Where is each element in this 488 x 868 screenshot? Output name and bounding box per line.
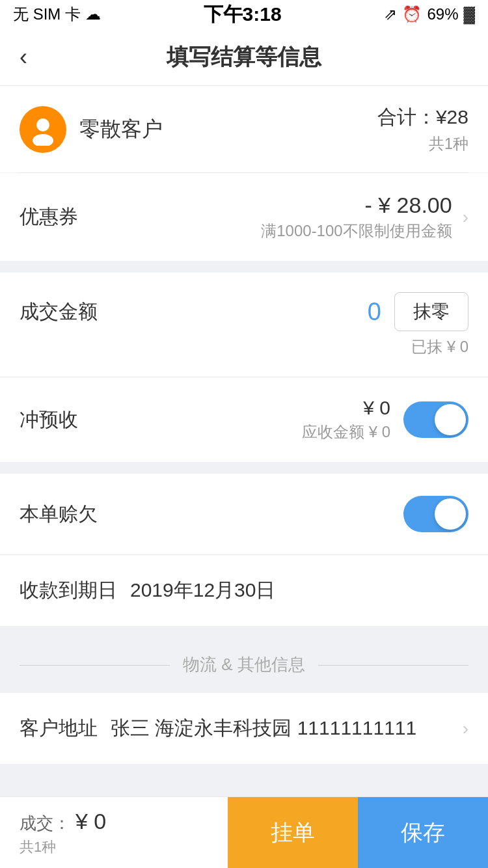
location-icon: ⇗ xyxy=(384,5,397,23)
prepay-section: 冲预收 ¥ 0 应收金额 ¥ 0 xyxy=(0,377,488,462)
logistics-header: 物流 & 其他信息 xyxy=(0,638,488,692)
prepay-sub-text: 应收金额 ¥ 0 xyxy=(302,422,390,442)
deal-amount-section: 成交金额 0 抹零 已抹 ¥ 0 xyxy=(0,273,488,377)
round-button[interactable]: 抹零 xyxy=(394,292,468,331)
bottom-count: 共1种 xyxy=(20,837,208,857)
prepay-label: 冲预收 xyxy=(20,407,78,433)
debit-toggle[interactable] xyxy=(403,496,468,532)
customer-section: 零散客户 合计：¥28 共1种 xyxy=(0,86,488,172)
status-left: 无 SIM 卡 ☁ xyxy=(13,4,101,25)
divider-4 xyxy=(0,626,488,638)
bottom-deal-amount: ¥ 0 xyxy=(75,809,106,834)
svg-point-0 xyxy=(36,118,49,131)
alarm-icon: ⏰ xyxy=(402,5,422,23)
coupon-right: - ¥ 28.00 满1000-100不限制使用金额 › xyxy=(261,193,468,241)
due-date-row: 收款到期日 2019年12月30日 xyxy=(20,577,468,604)
debit-label: 本单赊欠 xyxy=(20,501,98,528)
due-date-section: 收款到期日 2019年12月30日 xyxy=(0,554,488,626)
hold-button[interactable]: 挂单 xyxy=(228,797,358,869)
prepay-right: ¥ 0 应收金额 ¥ 0 xyxy=(302,397,468,442)
bottom-deal: 成交： ¥ 0 xyxy=(20,809,208,835)
address-chevron-icon: › xyxy=(463,718,468,739)
page-title: 填写结算等信息 xyxy=(167,42,321,72)
bottom-info: 成交： ¥ 0 共1种 xyxy=(0,809,228,857)
divider-2 xyxy=(0,261,488,273)
save-button[interactable]: 保存 xyxy=(358,797,488,869)
back-button[interactable]: ‹ xyxy=(20,44,27,71)
chevron-right-icon: › xyxy=(463,207,468,228)
content: 零散客户 合计：¥28 共1种 优惠券 - ¥ 28.00 满1000-100不… xyxy=(0,86,488,868)
address-section[interactable]: 客户地址 张三 海淀永丰科技园 11111111111 › xyxy=(0,693,488,764)
total-amount: 合计：¥28 xyxy=(377,104,468,131)
customer-right: 合计：¥28 共1种 xyxy=(377,104,468,154)
logistics-title: 物流 & 其他信息 xyxy=(170,653,318,676)
customer-row: 零散客户 合计：¥28 共1种 xyxy=(20,86,468,172)
coupon-discount: - ¥ 28.00 xyxy=(261,193,452,218)
battery-level: 69% xyxy=(427,5,458,23)
sim-status: 无 SIM 卡 ☁ xyxy=(13,4,101,25)
debit-section: 本单赊欠 xyxy=(0,474,488,554)
deal-amount-value: 0 xyxy=(368,298,381,326)
due-date-label: 收款到期日 xyxy=(20,577,117,604)
avatar xyxy=(20,106,66,153)
bottom-deal-label: 成交： xyxy=(20,812,70,835)
total-count: 共1种 xyxy=(377,133,468,154)
address-value: 张三 海淀永丰科技园 11111111111 xyxy=(111,715,463,742)
debit-toggle-knob xyxy=(435,498,466,530)
deal-amount-right: 0 抹零 xyxy=(368,292,468,331)
prepay-toggle[interactable] xyxy=(403,401,468,438)
deal-amount-row: 成交金额 0 抹零 xyxy=(20,292,468,331)
deal-amount-label: 成交金额 xyxy=(20,299,98,325)
deal-amount-sub: 已抹 ¥ 0 xyxy=(20,336,468,357)
prepay-amounts: ¥ 0 应收金额 ¥ 0 xyxy=(302,397,390,442)
status-bar: 无 SIM 卡 ☁ 下午3:18 ⇗ ⏰ 69% ▓ xyxy=(0,0,488,29)
prepay-main-amount: ¥ 0 xyxy=(302,397,390,419)
toggle-knob xyxy=(435,404,466,435)
bottom-bar: 成交： ¥ 0 共1种 挂单 保存 xyxy=(0,796,488,868)
coupon-info: - ¥ 28.00 满1000-100不限制使用金额 xyxy=(261,193,452,241)
coupon-description: 满1000-100不限制使用金额 xyxy=(261,221,452,241)
coupon-row[interactable]: 优惠券 - ¥ 28.00 满1000-100不限制使用金额 › xyxy=(0,173,488,261)
svg-point-1 xyxy=(33,134,53,146)
coupon-label: 优惠券 xyxy=(20,204,78,230)
divider-3 xyxy=(0,462,488,474)
status-time: 下午3:18 xyxy=(204,1,282,28)
address-label: 客户地址 xyxy=(20,715,98,742)
customer-name: 零散客户 xyxy=(79,115,163,144)
status-right: ⇗ ⏰ 69% ▓ xyxy=(384,5,475,23)
battery-icon: ▓ xyxy=(463,5,475,23)
nav-bar: ‹ 填写结算等信息 xyxy=(0,29,488,86)
customer-left: 零散客户 xyxy=(20,106,163,153)
due-date-value: 2019年12月30日 xyxy=(130,577,275,604)
